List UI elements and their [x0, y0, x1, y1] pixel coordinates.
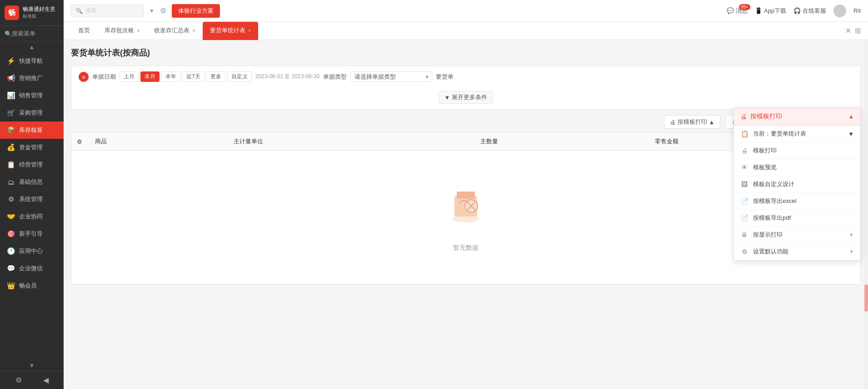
sidebar-item-sales[interactable]: 📊 销售管理: [0, 87, 64, 104]
scroll-down-btn[interactable]: ▼: [0, 360, 64, 371]
date-btn-thisyear[interactable]: 本年: [161, 71, 180, 82]
empty-icon: [443, 182, 489, 237]
header: 🔍 搜索 ▼ ⚙ 体验行业方案 💬 消息 99+ 📱 App下载 🎧 在线客服 …: [64, 0, 868, 22]
app-download-icon: 📱: [755, 7, 762, 14]
sidebar-item-label: 应用中心: [19, 247, 43, 255]
search-icon: 🔍: [5, 30, 12, 37]
messages-btn[interactable]: 💬 消息 99+: [727, 7, 748, 15]
tab-receipt-summary[interactable]: 收发存汇总表 ×: [147, 22, 202, 40]
system-icon: ⚙: [6, 195, 15, 203]
tab-order-stats[interactable]: 要货单统计表 ×: [203, 22, 258, 40]
current-template-icon: 📋: [740, 130, 748, 137]
online-service-label: 在线客服: [803, 7, 826, 15]
dropdown-template-pdf[interactable]: 📄 按模板导出pdf: [734, 210, 860, 227]
sidebar-item-label: 企业协同: [19, 212, 43, 221]
date-btn-custom[interactable]: 自定义: [227, 71, 252, 82]
finance-icon: 💰: [6, 143, 15, 152]
sidebar-item-operation[interactable]: 📋 经营管理: [0, 156, 64, 173]
dropdown-header-left: 🖨 按模板打印: [740, 112, 782, 121]
operation-icon: 📋: [6, 161, 15, 169]
tab-inventory-batch-close[interactable]: ×: [137, 28, 140, 33]
sidebar-bottom: ⚙ ◀: [0, 371, 64, 389]
sidebar-item-label: 营销推广: [19, 74, 43, 82]
date-filter-label: 单据日期: [92, 73, 116, 81]
date-btn-current[interactable]: 本月: [140, 71, 160, 82]
close-window-btn[interactable]: ✕: [845, 26, 851, 35]
app-edition: 标准版: [23, 13, 55, 20]
sidebar-item-member[interactable]: 👑 畅会员: [0, 277, 64, 294]
more-filter-label: 要货单: [436, 73, 454, 81]
template-excel-icon: 📄: [740, 197, 748, 205]
page-title: 要货单统计表(按商品): [71, 47, 861, 58]
sidebar-item-finance[interactable]: 💰 资金管理: [0, 139, 64, 156]
sidebar-item-label: 系统管理: [19, 195, 43, 203]
sidebar-item-enterprise[interactable]: 🤝 企业协同: [0, 208, 64, 225]
col-settings[interactable]: ⚙: [71, 133, 90, 151]
sidebar-item-basic[interactable]: 🗂 基础信息: [0, 173, 64, 191]
settings-bottom-btn[interactable]: ⚙: [15, 376, 22, 384]
template-excel-label: 按模板导出excel: [753, 197, 796, 205]
dropdown-collapse-btn[interactable]: ▲: [848, 113, 854, 120]
header-chevron-icon[interactable]: ▼: [149, 8, 155, 14]
scrollbar-thumb[interactable]: [864, 284, 868, 312]
template-design-label: 模板自定义设计: [753, 180, 794, 188]
expand-window-btn[interactable]: ⊞: [855, 26, 861, 35]
sidebar-search[interactable]: 🔍 搜索菜单: [0, 26, 64, 42]
dropdown-template-print[interactable]: 🖨 模板打印: [734, 142, 860, 159]
sidebar-item-label: 资金管理: [19, 143, 43, 152]
user-avatar[interactable]: [833, 5, 846, 17]
sidebar-item-appstore[interactable]: 🕐 应用中心: [0, 242, 64, 260]
expand-more-btn[interactable]: ▼ 展开更多条件: [439, 91, 494, 104]
page-scrollbar[interactable]: [864, 40, 868, 389]
date-btn-7days[interactable]: 近7天: [182, 71, 205, 82]
print-icon: 🖨: [670, 119, 676, 126]
sidebar-item-marketing[interactable]: 📢 营销推广: [0, 70, 64, 87]
tab-order-stats-close[interactable]: ×: [248, 28, 251, 33]
sidebar-item-label: 快捷导航: [19, 57, 43, 65]
header-search-box[interactable]: 🔍 搜索: [71, 5, 144, 17]
tab-home[interactable]: 首页: [71, 22, 97, 40]
dropdown-default-func[interactable]: ⚙ 设置默认功能 ▼: [734, 243, 860, 260]
print-btn[interactable]: 🖨 按模板打印 ▲: [664, 115, 721, 129]
dropdown-template-design[interactable]: 🖼 模板自定义设计: [734, 176, 860, 193]
type-filter-label: 单据类型: [323, 73, 347, 81]
tab-receipt-summary-close[interactable]: ×: [192, 28, 195, 33]
trial-btn[interactable]: 体验行业方案: [172, 4, 220, 18]
sidebar-item-wechat[interactable]: 💬 企业微信: [0, 260, 64, 277]
sidebar-item-inventory[interactable]: 📦 库存核算: [0, 121, 64, 139]
marketing-icon: 📢: [6, 74, 15, 82]
sidebar-item-label: 企业微信: [19, 264, 43, 273]
sidebar-item-system[interactable]: ⚙ 系统管理: [0, 191, 64, 208]
messages-icon: 💬: [727, 7, 734, 14]
sidebar-item-quick-nav[interactable]: ⚡ 快捷导航: [0, 52, 64, 70]
sidebar-item-purchase[interactable]: 🛒 采购管理: [0, 104, 64, 121]
current-template-chevron: ▼: [848, 131, 854, 137]
type-select[interactable]: 请选择单据类型: [350, 71, 432, 82]
main-area: 🔍 搜索 ▼ ⚙ 体验行业方案 💬 消息 99+ 📱 App下载 🎧 在线客服 …: [64, 0, 868, 389]
default-func-chevron: ▼: [849, 249, 854, 254]
date-btn-more[interactable]: 更多: [206, 71, 225, 82]
tab-home-label: 首页: [78, 26, 90, 35]
sidebar-item-label: 销售管理: [19, 91, 43, 100]
print-dropdown: 🖨 按模板打印 ▲ 📋 当前：要货单统计表 ▼ 🖨 模板打印 👁 模板预览 🖼: [733, 107, 861, 261]
display-print-chevron: ▼: [849, 232, 854, 237]
dropdown-template-preview[interactable]: 👁 模板预览: [734, 159, 860, 176]
scroll-up-btn[interactable]: ▲: [0, 42, 64, 52]
date-btn-prev[interactable]: 上月: [120, 71, 139, 82]
collapse-btn[interactable]: ◀: [43, 376, 49, 384]
dropdown-template-excel[interactable]: 📄 按模板导出excel: [734, 193, 860, 210]
tabs-bar: 首页 库存批次账 × 收发存汇总表 × 要货单统计表 × ✕ ⊞: [64, 22, 868, 40]
sidebar-item-guide[interactable]: 🎯 新手引导: [0, 225, 64, 242]
online-service-btn[interactable]: 🎧 在线客服: [793, 7, 826, 15]
expand-label: 展开更多条件: [452, 93, 487, 101]
tab-inventory-batch[interactable]: 库存批次账 ×: [97, 22, 147, 40]
dropdown-current-template[interactable]: 📋 当前：要货单统计表 ▼: [734, 126, 860, 142]
filter-expand-btn[interactable]: »: [79, 72, 89, 82]
header-search-icon: 🔍: [76, 8, 83, 14]
header-gear-icon[interactable]: ⚙: [160, 6, 166, 15]
dropdown-display-print[interactable]: 🖥 按显示打印 ▼: [734, 227, 860, 243]
app-download-btn[interactable]: 📱 App下载: [755, 7, 786, 15]
basic-icon: 🗂: [6, 178, 15, 186]
col-unit: 主计量单位: [228, 133, 475, 151]
app-download-label: App下载: [764, 7, 786, 15]
